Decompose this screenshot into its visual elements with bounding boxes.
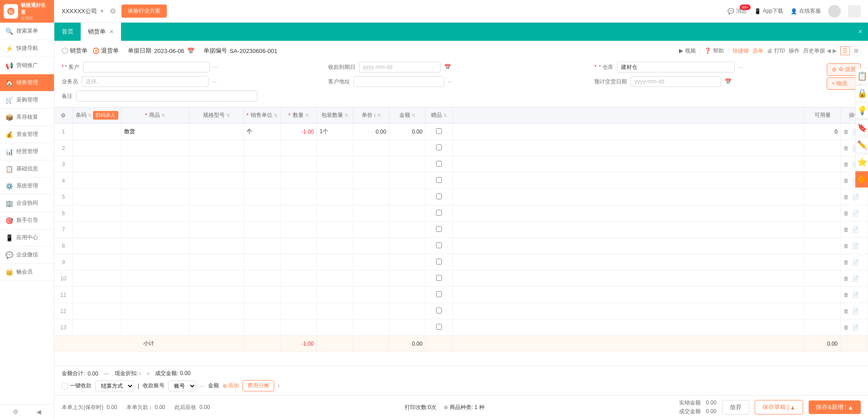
row-amount[interactable] (389, 238, 426, 254)
sidebar-settings-btn[interactable]: ⚙ (13, 408, 19, 415)
gift-checkbox[interactable] (436, 161, 442, 167)
row-amount[interactable] (389, 319, 426, 336)
ops-btn[interactable]: 操作 (789, 47, 800, 55)
sidebar-item-guide[interactable]: 🎯 新手引导 (0, 212, 54, 229)
row-barcode[interactable] (73, 124, 121, 140)
float-highlight-btn[interactable]: 🔶 (855, 171, 868, 188)
row-unit[interactable] (243, 303, 281, 319)
delete-icon[interactable]: 🗑 (844, 129, 849, 135)
row-product[interactable] (121, 287, 189, 303)
history-nav-next[interactable]: ▶ (833, 48, 837, 54)
select-btn[interactable]: 选单 (752, 47, 763, 55)
row-pkg[interactable] (317, 189, 353, 205)
row-barcode[interactable] (73, 222, 121, 238)
expected-cal-icon[interactable]: 📅 (725, 78, 732, 85)
sidebar-item-inventory[interactable]: 📦 库存核算 (0, 109, 54, 126)
pay-checkbox[interactable]: 一键收款 (62, 382, 92, 390)
copy-icon[interactable]: 📄 (852, 226, 859, 233)
row-unit[interactable] (243, 156, 281, 173)
row-qty[interactable] (281, 254, 317, 270)
row-unit[interactable] (243, 124, 281, 140)
row-barcode[interactable] (73, 238, 121, 254)
overdue-info-icon[interactable]: ℹ (150, 405, 151, 410)
row-product[interactable] (121, 156, 189, 173)
delete-icon[interactable]: 🗑 (844, 161, 849, 168)
delete-icon[interactable]: 🗑 (844, 210, 849, 217)
expense-info-icon[interactable]: ℹ (278, 383, 280, 388)
addr-more-icon[interactable]: ··· (448, 78, 452, 85)
row-qty[interactable] (281, 303, 317, 319)
save-draft-btn[interactable]: 保存草稿 ▲ (755, 400, 804, 414)
sidebar-item-sales[interactable]: 🏠 销售管理 (0, 74, 54, 92)
float-tag-btn[interactable]: 🔖 (855, 120, 868, 136)
row-spec[interactable] (189, 140, 243, 156)
customer-input[interactable] (83, 62, 210, 72)
row-unit[interactable] (243, 173, 281, 189)
row-price[interactable] (353, 222, 389, 238)
float-tip-btn[interactable]: 💡 (855, 102, 868, 119)
user-menu-btn[interactable] (848, 5, 861, 18)
row-spec[interactable] (189, 189, 243, 205)
row-pkg[interactable] (317, 254, 353, 270)
copy-icon[interactable]: 📄 (852, 292, 859, 298)
row-product[interactable] (121, 189, 189, 205)
sidebar-item-basic[interactable]: 📋 基础信息 (0, 160, 54, 178)
row-gift[interactable] (426, 189, 453, 205)
row-amount[interactable] (389, 205, 426, 222)
row-qty[interactable] (281, 287, 317, 303)
radio-sales[interactable]: 销货单 (62, 47, 87, 55)
delete-icon[interactable]: 🗑 (844, 243, 849, 249)
row-price[interactable] (353, 189, 389, 205)
online-service-btn[interactable]: 👤 在线客服 (790, 7, 821, 15)
row-gift[interactable] (426, 270, 453, 287)
row-qty[interactable] (281, 156, 317, 173)
row-gift[interactable] (426, 319, 453, 336)
row-amount[interactable] (389, 173, 426, 189)
row-pkg[interactable] (317, 156, 353, 173)
row-qty[interactable] (281, 222, 317, 238)
amount-sort-icon[interactable]: ⇅ (412, 113, 415, 118)
dots-icon[interactable]: ··· (200, 383, 204, 389)
account-select[interactable]: 账号 (168, 380, 196, 391)
gift-checkbox[interactable] (436, 308, 442, 313)
row-pkg[interactable]: 1个 (317, 124, 353, 140)
list-view-btn[interactable]: ☰ (840, 46, 850, 55)
row-product[interactable] (121, 173, 189, 189)
row-amount[interactable] (389, 270, 426, 287)
row-amount[interactable] (389, 156, 426, 173)
row-pkg[interactable] (317, 238, 353, 254)
pkg-sort-icon[interactable]: ⇅ (344, 113, 348, 118)
row-qty[interactable] (281, 189, 317, 205)
row-gift[interactable] (426, 303, 453, 319)
calendar-icon[interactable]: 📅 (187, 48, 194, 54)
row-pkg[interactable] (317, 140, 353, 156)
gift-checkbox[interactable] (436, 210, 442, 216)
row-spec[interactable] (189, 222, 243, 238)
row-price[interactable] (353, 238, 389, 254)
row-pkg[interactable] (317, 319, 353, 336)
row-amount[interactable] (389, 287, 426, 303)
row-barcode[interactable] (73, 189, 121, 205)
row-spec[interactable] (189, 173, 243, 189)
gift-checkbox[interactable] (436, 242, 442, 248)
row-gift[interactable] (426, 287, 453, 303)
sidebar-item-wechat[interactable]: 💬 企业微信 (0, 246, 54, 264)
settle-select[interactable]: 结算方式 (95, 380, 134, 391)
row-barcode[interactable] (73, 205, 121, 222)
gift-sort-icon[interactable]: ⇅ (443, 113, 447, 118)
gift-checkbox[interactable] (436, 324, 442, 330)
row-qty[interactable] (281, 270, 317, 287)
sidebar-item-quick-nav[interactable]: ⚡ 快捷导航 (0, 40, 54, 57)
row-pkg[interactable] (317, 303, 353, 319)
gift-checkbox[interactable] (436, 259, 442, 265)
gift-checkbox[interactable] (436, 291, 442, 297)
copy-icon[interactable]: 📄 (852, 324, 859, 331)
copy-icon[interactable]: 📄 (852, 275, 859, 282)
row-product[interactable] (121, 319, 189, 336)
sidebar-collapse-btn[interactable]: ◀ (36, 408, 41, 415)
tab-close-icon[interactable]: ✕ (109, 29, 114, 35)
row-price[interactable] (353, 205, 389, 222)
sidebar-item-finance[interactable]: 💰 资金管理 (0, 126, 54, 143)
row-unit[interactable] (243, 140, 281, 156)
history-nav-prev[interactable]: ◀ (827, 48, 831, 54)
